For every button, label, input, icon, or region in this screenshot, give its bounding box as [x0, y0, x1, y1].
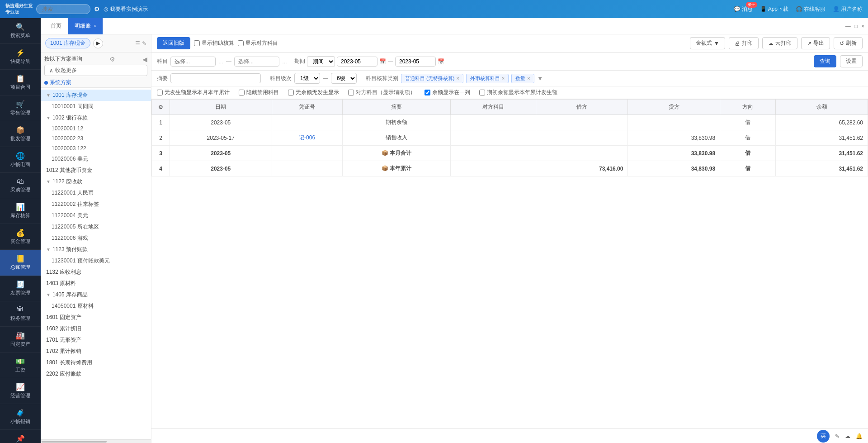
sidebar-item-project[interactable]: 📋 项目合同 [0, 70, 41, 95]
tree-node-11220005[interactable]: 11220005 所在地区 [41, 221, 151, 233]
col-settings[interactable]: ⚙ [152, 100, 170, 115]
lang-btn[interactable]: 英 [817, 430, 830, 443]
opt-no-balance[interactable]: 无余额无发生显示 [288, 89, 339, 96]
query-scheme-label[interactable]: 系统方案 [44, 79, 147, 86]
tree-nav-next[interactable]: ▶ [93, 38, 103, 48]
refresh-btn[interactable]: ↺ 刷新 [834, 37, 863, 49]
period-type-select[interactable]: 期间 [307, 56, 335, 67]
period-start-input[interactable] [337, 57, 377, 67]
sidebar-item-ecommerce[interactable]: 🌐 小畅电商 [0, 147, 41, 173]
calendar-icon2[interactable]: 📅 [438, 58, 444, 65]
online-service-link[interactable]: 🎧 在线客服 [796, 5, 826, 13]
app-download-link[interactable]: 📱 App下载 [760, 5, 788, 13]
query-settings-icon[interactable]: ⚙ [109, 56, 115, 63]
message-btn[interactable]: 💬 消息 99+ [734, 5, 753, 13]
tree-node-1602[interactable]: 1602 累计折旧 [41, 323, 151, 334]
user-profile-link[interactable]: 👤 用户名称 [833, 5, 863, 13]
opt-balance-one-col[interactable]: 余额显示在一列 [425, 89, 470, 96]
tree-node-1601[interactable]: 1601 固定资产 [41, 312, 151, 323]
subject-input-from[interactable] [170, 57, 216, 67]
tree-selected-tag[interactable]: 1001 库存现金 [45, 38, 90, 48]
sidebar-item-quicknav[interactable]: ⚡ 快捷导航 [0, 44, 41, 70]
sidebar-item-search[interactable]: 🔍 搜索菜单 [0, 18, 41, 44]
tree-node-1702[interactable]: 1702 累计摊销 [41, 346, 151, 357]
cloud-print-btn[interactable]: ☁ 云打印 [762, 37, 797, 49]
edit-icon[interactable]: ✎ [835, 433, 840, 439]
top-search-input[interactable] [36, 4, 90, 14]
tree-node-11220002[interactable]: 11220002 往来标签 [41, 199, 151, 210]
sidebar-item-ledger[interactable]: 📒 总账管理 [0, 250, 41, 276]
subject-input-to[interactable] [234, 57, 279, 67]
tree-node-10020002[interactable]: 10020002 23 [41, 133, 151, 143]
gear-icon[interactable]: ⚙ [94, 5, 100, 13]
notification-icon[interactable]: 🔔 [856, 433, 863, 439]
return-old-btn[interactable]: 返回旧版 [157, 37, 190, 49]
tree-node-1012[interactable]: 1012 其他货币资金 [41, 165, 151, 176]
opt-hide-disabled[interactable]: 隐藏禁用科目 [239, 89, 279, 96]
opt-opening-ytd[interactable]: 期初余额显示本年累计发生额 [479, 89, 557, 96]
opt-no-occurrence[interactable]: 无发生额显示本月本年累计 [157, 89, 230, 96]
period-end-input[interactable] [395, 57, 436, 67]
tree-node-11220006[interactable]: 11220006 游戏 [41, 233, 151, 244]
query-btn[interactable]: 查询 [814, 55, 836, 67]
tag-remove-1[interactable]: × [456, 76, 459, 81]
sidebar-item-salary[interactable]: 💵 工资 [0, 352, 41, 378]
query-collapse-icon[interactable]: ◀ [142, 56, 147, 63]
tree-node-1001[interactable]: ▼ 1001 库存现金 [41, 90, 151, 101]
tree-node-1801[interactable]: 1801 长期待摊费用 [41, 357, 151, 368]
window-close-icon[interactable]: × [861, 23, 864, 29]
sidebar-item-expense[interactable]: 🧳 小畅报销 [0, 404, 41, 430]
tab-home[interactable]: 首页 [44, 18, 68, 34]
tree-node-11220001[interactable]: 11220001 人民币 [41, 187, 151, 199]
sidebar-item-finance[interactable]: 💰 资金管理 [0, 224, 41, 250]
tree-node-10020003[interactable]: 10020003 122 [41, 143, 151, 153]
tree-node-2202[interactable]: 2202 应付账款 [41, 368, 151, 380]
sidebar-item-purchase[interactable]: 🛍 采购管理 [0, 173, 41, 198]
tree-scrollbar[interactable] [41, 439, 151, 443]
tree-edit-icon[interactable]: ✎ [142, 40, 146, 47]
tree-node-1405[interactable]: ▼ 1405 库存商品 [41, 289, 151, 300]
tree-node-1403[interactable]: 1403 原材料 [41, 278, 151, 289]
sidebar-item-assets[interactable]: 🏭 固定资产 [0, 327, 41, 352]
tree-filter-icon[interactable]: ☰ [135, 40, 140, 47]
level-from-select[interactable]: 1级 [294, 73, 320, 84]
tab-detail[interactable]: 明细账 × [68, 18, 103, 34]
window-restore-icon[interactable]: □ [854, 23, 858, 29]
tag-remove-2[interactable]: × [502, 76, 505, 81]
show-contra-checkbox[interactable]: 显示对方科目 [238, 39, 278, 47]
query-toggle-btn[interactable]: ∧ 收起更多 [44, 65, 147, 76]
tree-node-1122[interactable]: ▼ 1122 应收款 [41, 176, 151, 187]
demo-link[interactable]: ◎ 我要看实例演示 [104, 5, 148, 13]
level-to-select[interactable]: 6级 [331, 73, 357, 84]
opt-contra-subject[interactable]: 对方科目（显示辅助项） [348, 89, 415, 96]
sidebar-item-inventory[interactable]: 📊 库存核算 [0, 198, 41, 224]
tree-node-11220004[interactable]: 11220004 美元 [41, 210, 151, 221]
voucher-link[interactable]: 记-006 [299, 134, 315, 141]
settings-btn[interactable]: 设置 [840, 55, 863, 67]
print-btn[interactable]: 🖨 打印 [729, 37, 759, 49]
tree-node-1002[interactable]: ▼ 1002 银行存款 [41, 112, 151, 124]
format-dropdown-btn[interactable]: 金额式 ▼ [690, 37, 725, 49]
tag-remove-3[interactable]: × [527, 76, 530, 81]
tree-node-14050001[interactable]: 14050001 原材料 [41, 300, 151, 312]
tree-node-10020006[interactable]: 10020006 美元 [41, 153, 151, 165]
sidebar-item-wholesale[interactable]: 📦 批发管理 [0, 121, 41, 147]
cloud-sync-icon[interactable]: ☁ [845, 433, 850, 439]
dropdown-more-icon[interactable]: ▼ [537, 75, 543, 82]
show-aux-checkbox[interactable]: 显示辅助核算 [194, 39, 234, 47]
sidebar-item-retail[interactable]: 🛒 零售管理 [0, 95, 41, 121]
window-minimize-icon[interactable]: — [845, 23, 851, 29]
sidebar-item-tax[interactable]: 🏛 税务管理 [0, 301, 41, 327]
export-btn[interactable]: ↗ 导出 [801, 37, 830, 49]
tree-node-1701[interactable]: 1701 无形资产 [41, 334, 151, 346]
tab-close-icon[interactable]: × [94, 24, 96, 29]
sidebar-item-invoice[interactable]: 🧾 发票管理 [0, 276, 41, 301]
tree-node-1132[interactable]: 1132 应收利息 [41, 267, 151, 278]
calendar-icon[interactable]: 📅 [379, 58, 386, 65]
summary-input[interactable] [170, 73, 261, 83]
tree-node-11230001[interactable]: 11230001 预付账款美元 [41, 255, 151, 267]
tree-node-10020001[interactable]: 10020001 12 [41, 124, 151, 133]
sidebar-item-basics[interactable]: 📌 基础信息 [0, 430, 41, 443]
tree-node-10010001[interactable]: 10010001 同同同 [41, 101, 151, 112]
sidebar-item-operations[interactable]: 📈 经营管理 [0, 378, 41, 404]
